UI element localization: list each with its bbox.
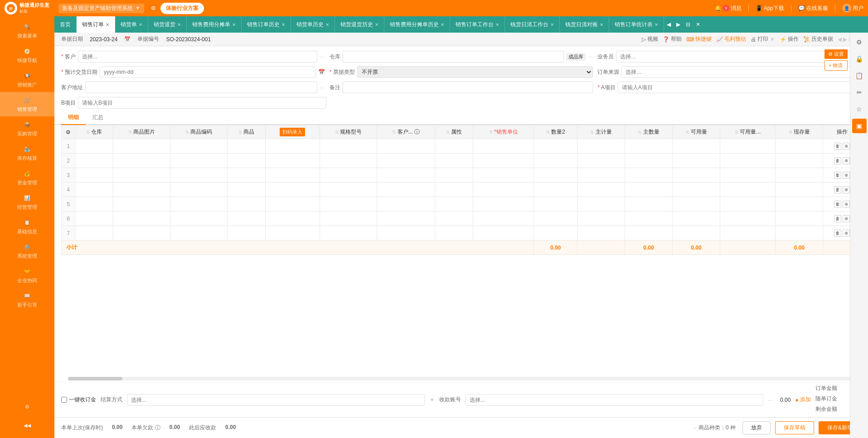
cell-goods[interactable]	[227, 154, 265, 168]
cell-unit[interactable]	[473, 183, 534, 197]
cell-goods[interactable]	[227, 197, 265, 212]
copy-row-icon[interactable]: ⊕	[843, 215, 850, 222]
tab-sales-stats[interactable]: 销售订单统计表 ✕	[609, 16, 664, 33]
cell-attr[interactable]	[435, 197, 473, 212]
right-panel-lock-button[interactable]: 🔒	[852, 52, 867, 66]
cell-available[interactable]	[672, 226, 720, 241]
scan-input-button[interactable]: 扫码录入	[280, 128, 305, 136]
cell-qty2[interactable]	[534, 226, 577, 241]
tab-close-icon[interactable]: ✕	[139, 22, 142, 27]
delete-row-icon[interactable]: 🗑	[834, 230, 841, 237]
cell-main_qty[interactable]	[625, 139, 672, 154]
add-material-button[interactable]: + 物流	[824, 60, 848, 71]
cell-image[interactable]	[113, 212, 170, 226]
cell-current[interactable]	[776, 197, 823, 212]
cell-main_qty[interactable]	[625, 226, 672, 241]
tab-close-icon[interactable]: ✕	[232, 22, 236, 27]
warehouse-more-icon[interactable]: ···	[588, 53, 593, 60]
cell-available[interactable]	[672, 183, 720, 197]
cell-image[interactable]	[113, 139, 170, 154]
cell-qty2[interactable]	[534, 183, 577, 197]
cell-main_qty[interactable]	[625, 154, 672, 168]
cell-main_unit[interactable]	[577, 183, 625, 197]
print-button[interactable]: 🖨 打印 ▼	[751, 35, 775, 43]
cell-attr[interactable]	[435, 212, 473, 226]
tab-home[interactable]: 首页	[54, 16, 77, 33]
cell-code[interactable]	[170, 168, 227, 183]
cell-spec[interactable]	[320, 226, 377, 241]
cell-main_unit[interactable]	[577, 139, 625, 154]
cell-main_unit[interactable]	[577, 226, 625, 241]
tab-sales-invoice[interactable]: 销货单 ✕	[115, 16, 148, 33]
cell-scan[interactable]	[265, 139, 320, 154]
copy-row-icon[interactable]: ⊕	[843, 172, 850, 179]
payment-dropdown-icon[interactable]: ▼	[429, 397, 435, 403]
tab-return-history[interactable]: 销货退货历史 ✕	[335, 16, 384, 33]
cell-code[interactable]	[170, 154, 227, 168]
cell-scan[interactable]	[265, 212, 320, 226]
cell-qty2[interactable]	[534, 212, 577, 226]
cell-unit[interactable]	[473, 197, 534, 212]
tab-detail[interactable]: 明细	[61, 111, 86, 125]
delivery-date-input[interactable]	[100, 66, 316, 78]
cell-attr[interactable]	[435, 154, 473, 168]
app-download-link[interactable]: 📱 App下载	[756, 5, 784, 12]
cell-image[interactable]	[113, 183, 170, 197]
cell-code[interactable]	[170, 226, 227, 241]
cell-code[interactable]	[170, 212, 227, 226]
tab-close-icon[interactable]: ✕	[655, 22, 658, 27]
cell-available[interactable]	[672, 168, 720, 183]
address-input[interactable]	[85, 82, 317, 93]
cell-scan[interactable]	[265, 168, 320, 183]
delete-row-icon[interactable]: 🗑	[834, 215, 841, 222]
cell-image[interactable]	[113, 226, 170, 241]
tab-close-icon[interactable]: ✕	[177, 22, 181, 27]
sidebar-item-inventory[interactable]: 🏪 库存核算	[0, 141, 54, 165]
cell-spec[interactable]	[320, 197, 377, 212]
delete-row-icon[interactable]: 🗑	[834, 172, 841, 179]
system-title[interactable]: 装备及固定资产辅助管理系统 ▼	[58, 4, 144, 13]
cell-customer_code[interactable]	[377, 212, 435, 226]
sidebar-item-purchase[interactable]: 📦 采购管理	[0, 116, 54, 141]
cell-goods[interactable]	[227, 183, 265, 197]
cell-spec[interactable]	[320, 154, 377, 168]
tab-invoice-history[interactable]: 销货单历史 ✕	[291, 16, 335, 33]
tab-sales-return[interactable]: 销货退货 ✕	[148, 16, 187, 33]
cell-goods[interactable]	[227, 168, 265, 183]
date-picker-icon[interactable]: 📅	[124, 36, 131, 42]
cell-attr[interactable]	[435, 183, 473, 197]
cell-spec[interactable]	[320, 139, 377, 154]
sidebar-item-system[interactable]: ⚙️ 系统管理	[0, 239, 54, 263]
shortcut-button[interactable]: ⌨ 快捷键	[686, 35, 712, 43]
cell-available2[interactable]	[720, 197, 775, 212]
save-draft-button[interactable]: 保存草稿	[775, 421, 814, 434]
cell-main_unit[interactable]	[577, 197, 625, 212]
tab-close-all-button[interactable]: ✕	[693, 16, 703, 33]
history-button[interactable]: 📜 历史单据	[803, 35, 833, 43]
cell-available2[interactable]	[720, 154, 775, 168]
cell-unit[interactable]	[473, 168, 534, 183]
right-panel-settings-button[interactable]: ⚙	[852, 35, 867, 49]
cell-available2[interactable]	[720, 226, 775, 241]
sidebar-item-management[interactable]: 📊 经营管理	[0, 190, 54, 214]
cell-scan[interactable]	[265, 154, 320, 168]
cell-qty2[interactable]	[534, 154, 577, 168]
cell-main_unit[interactable]	[577, 154, 625, 168]
nav-prev-icon[interactable]: ◀	[838, 36, 842, 43]
cell-qty2[interactable]	[534, 197, 577, 212]
delete-row-icon[interactable]: 🗑	[834, 186, 841, 193]
cell-attr[interactable]	[435, 139, 473, 154]
cell-unit[interactable]	[473, 212, 534, 226]
help-button[interactable]: ❓ 帮助	[663, 35, 682, 43]
cell-scan[interactable]	[265, 183, 320, 197]
cell-code[interactable]	[170, 139, 227, 154]
cell-main_unit[interactable]	[577, 168, 625, 183]
th-settings[interactable]: ⚙	[62, 125, 75, 139]
user-avatar[interactable]: 👤 用户	[842, 4, 863, 13]
sidebar-item-sales[interactable]: 🛒 销售管理	[0, 92, 54, 116]
cell-main_qty[interactable]	[625, 197, 672, 212]
cell-warehouse[interactable]	[75, 212, 113, 226]
cell-spec[interactable]	[320, 212, 377, 226]
quick-deposit-check[interactable]	[61, 397, 67, 403]
address-more-icon[interactable]: ···	[320, 84, 325, 91]
